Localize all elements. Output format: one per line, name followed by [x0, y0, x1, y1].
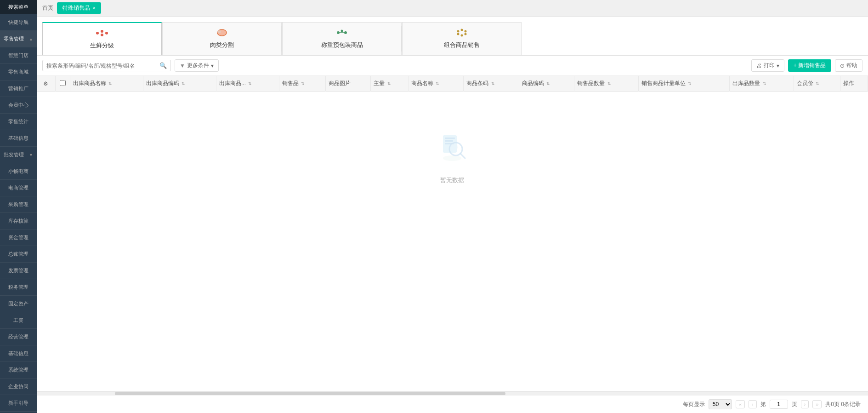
sidebar-item-member-center[interactable]: 会员中心	[0, 97, 37, 114]
sidebar-item-salary[interactable]: 工资	[0, 312, 37, 329]
sidebar-item-sys-mgmt[interactable]: 系统管理	[0, 362, 37, 379]
sort-icon: ⇅	[301, 81, 305, 86]
sidebar-item-label: 批发管理	[4, 151, 24, 158]
sidebar-item-label: 库存核算	[8, 218, 28, 224]
per-page-select[interactable]: 50 10 20 100	[709, 399, 732, 409]
print-arrow-icon: ▾	[777, 63, 779, 69]
sidebar-item-retail-mall[interactable]: 零售商城	[0, 64, 37, 80]
sidebar-item-corp-agreement[interactable]: 企业协同	[0, 379, 37, 395]
combo-sales-icon	[455, 29, 468, 39]
sidebar-item-quick-nav[interactable]: 快捷导航	[0, 14, 37, 31]
filter-label: 更多条件	[187, 62, 209, 69]
th-member-price: 会员价 ⇅	[794, 76, 840, 92]
search-input[interactable]	[46, 63, 158, 69]
empty-label: 暂无数据	[440, 176, 464, 184]
th-product-name: 商品名称 ⇅	[408, 76, 463, 92]
sidebar-item-basic-info[interactable]: 基础信息	[0, 130, 37, 147]
empty-state-cell: 暂无数据	[37, 92, 868, 222]
sidebar-item-label: 新手引导	[8, 400, 28, 407]
svg-point-13	[457, 33, 460, 35]
tab-meat-cut-label: 肉类分割	[210, 41, 234, 49]
th-label: 销售商品计量单位	[641, 80, 686, 86]
search-icon: 🔍	[159, 62, 167, 69]
tab-combo-sales[interactable]: 组合商品销售	[402, 22, 522, 55]
add-sales-item-label: + 新增销售品	[794, 62, 826, 69]
sidebar-logo[interactable]: 搜索菜单	[0, 0, 37, 14]
sort-icon: ⇅	[436, 81, 439, 86]
svg-point-3	[101, 34, 103, 36]
sidebar-item-label: 基础信息	[8, 135, 28, 142]
tab-fresh-grade[interactable]: 生鲜分级	[42, 22, 162, 55]
th-out-qty: 出库品数量 ⇅	[730, 76, 794, 92]
sidebar-item-invoice-mgmt[interactable]: 发票管理	[0, 263, 37, 279]
sidebar-item-basic-info2[interactable]: 基础信息	[0, 345, 37, 362]
sidebar-item-label: 工资	[13, 317, 23, 324]
svg-point-8	[341, 29, 343, 32]
add-sales-item-button[interactable]: + 新增销售品	[788, 59, 831, 72]
sidebar-item-ecom-mgmt[interactable]: 电商管理	[0, 180, 37, 196]
th-label: 会员价	[797, 80, 813, 86]
sidebar-item-newbie[interactable]: 新手引导	[0, 395, 37, 412]
sidebar-item-smart-store[interactable]: 智慧门店	[0, 47, 37, 64]
svg-point-5	[217, 30, 221, 33]
sidebar-item-tax-mgmt[interactable]: 税务管理	[0, 279, 37, 296]
sidebar-item-finance-mgmt[interactable]: 资金管理	[0, 229, 37, 246]
chevron-down-icon: ▼	[29, 153, 33, 157]
filter-button[interactable]: ▼ 更多条件 ▾	[175, 59, 219, 72]
sort-icon: ⇅	[688, 81, 692, 86]
tab-scale-prepack[interactable]: 称重预包装商品	[282, 22, 402, 55]
sidebar-item-label: 企业协同	[8, 383, 28, 390]
sidebar-item-ops-mgmt[interactable]: 经营管理	[0, 329, 37, 345]
th-label: 销售品数量	[577, 80, 605, 86]
select-all-checkbox[interactable]	[60, 80, 66, 86]
sort-icon: ⇅	[607, 81, 611, 86]
sidebar-item-label: 零售统计	[8, 118, 28, 125]
th-label: 出库商品编码	[146, 80, 179, 86]
sidebar-item-label: 经营管理	[8, 333, 28, 340]
sidebar-item-retail-stats[interactable]: 零售统计	[0, 114, 37, 130]
last-page-button[interactable]: »	[812, 400, 822, 408]
th-actions: 操作	[840, 76, 868, 92]
tab-meat-cut[interactable]: 肉类分割	[162, 22, 282, 55]
th-label: 出库品数量	[732, 80, 760, 86]
sidebar-item-wholesale-mgmt[interactable]: 批发管理 ▼	[0, 147, 37, 163]
sidebar-item-label: 零售管理	[4, 35, 24, 42]
prev-page-button[interactable]: ‹	[749, 400, 757, 408]
first-page-button[interactable]: «	[736, 400, 745, 408]
svg-point-0	[96, 32, 99, 34]
page-label: 第	[760, 401, 766, 408]
tab-fresh-grade-label: 生鲜分级	[90, 41, 114, 50]
sidebar-item-retail-mgmt[interactable]: 零售管理 ▲	[0, 31, 37, 47]
th-label: 销售品	[282, 80, 299, 86]
sort-icon: ⇅	[387, 81, 391, 86]
th-out-product-extra: 出库商品... ⇅	[216, 76, 279, 92]
page-input[interactable]	[770, 400, 788, 409]
close-icon[interactable]: ×	[93, 6, 96, 11]
home-link[interactable]: 首页	[42, 4, 53, 12]
help-button[interactable]: ⊙ 帮助	[835, 59, 862, 72]
toolbar-right: 🖨 打印 ▾ + 新增销售品 ⊙ 帮助	[751, 59, 862, 72]
filter-icon: ▼	[180, 63, 185, 69]
print-button[interactable]: 🖨 打印 ▾	[751, 59, 784, 72]
sidebar-item-purchase-mgmt[interactable]: 采购管理	[0, 196, 37, 213]
pagination: 每页显示 50 10 20 100 « ‹ 第 页 › » 共0页 0条记录	[37, 395, 868, 413]
sidebar-item-fixed-assets[interactable]: 固定资产	[0, 296, 37, 312]
sidebar-item-inventory[interactable]: 库存核算	[0, 213, 37, 229]
sidebar-item-sales-promo[interactable]: 营销推广	[0, 80, 37, 97]
sidebar-item-general-ledger[interactable]: 总账管理	[0, 246, 37, 263]
svg-point-16	[443, 155, 461, 161]
horizontal-scrollbar[interactable]	[37, 391, 868, 395]
th-label: 商品图片	[329, 80, 351, 86]
current-tab[interactable]: 特殊销售品 ×	[57, 2, 101, 14]
th-main-unit: 主量 ⇅	[371, 76, 408, 92]
per-page-label: 每页显示	[683, 401, 705, 408]
th-settings[interactable]: ⚙	[37, 76, 55, 92]
th-product-barcode: 商品条码 ⇅	[464, 76, 519, 92]
page-suffix: 页	[792, 401, 797, 408]
sidebar-item-mini-ecom[interactable]: 小畅电商	[0, 163, 37, 180]
svg-point-23	[450, 143, 458, 151]
th-checkbox[interactable]	[55, 76, 70, 92]
help-icon: ⊙	[840, 63, 845, 69]
svg-point-11	[461, 29, 463, 31]
next-page-button[interactable]: ›	[801, 400, 809, 408]
